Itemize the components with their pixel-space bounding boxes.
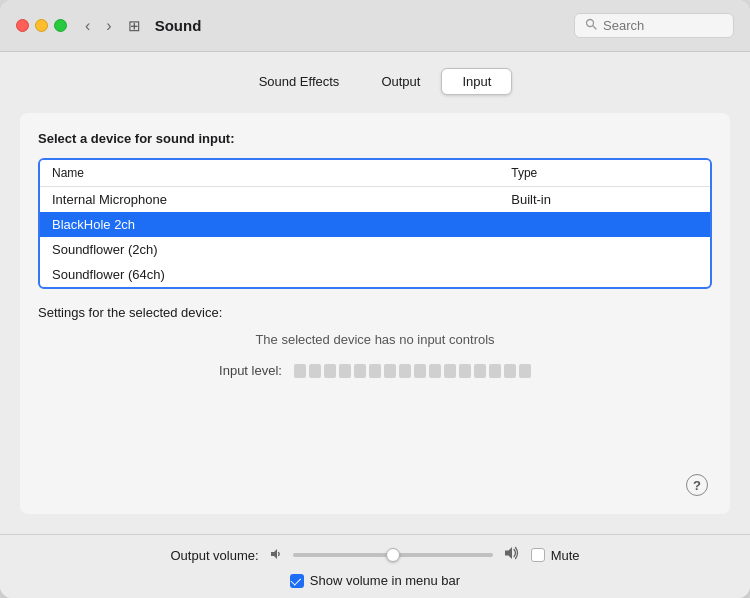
svg-line-1: [593, 26, 596, 29]
window-title: Sound: [155, 17, 566, 34]
settings-panel: Select a device for sound input: Name Ty…: [20, 113, 730, 514]
level-bars: [294, 364, 531, 378]
level-bar: [444, 364, 456, 378]
col-header-name: Name: [40, 160, 499, 187]
mute-label: Mute: [551, 548, 580, 563]
titlebar: ‹ › ⊞ Sound: [0, 0, 750, 52]
traffic-lights: [16, 19, 67, 32]
search-box[interactable]: [574, 13, 734, 38]
level-bar: [414, 364, 426, 378]
level-bar: [489, 364, 501, 378]
device-name: Soundflower (2ch): [40, 237, 499, 262]
level-bar: [294, 364, 306, 378]
level-bar: [339, 364, 351, 378]
show-volume-label: Show volume in menu bar: [310, 573, 460, 588]
app-window: ‹ › ⊞ Sound Sound Effects Output Input S…: [0, 0, 750, 598]
level-bar: [459, 364, 471, 378]
search-input[interactable]: [603, 18, 723, 33]
content-area: Sound Effects Output Input Select a devi…: [0, 52, 750, 534]
device-type: [499, 262, 710, 287]
device-type: [499, 237, 710, 262]
table-row[interactable]: Soundflower (2ch): [40, 237, 710, 262]
device-type: Built-in: [499, 187, 710, 213]
bottom-bar: Output volume: Mute: [0, 534, 750, 598]
input-level-row: Input level:: [38, 363, 712, 378]
volume-slider-track[interactable]: [293, 553, 493, 557]
level-bar: [429, 364, 441, 378]
close-button[interactable]: [16, 19, 29, 32]
help-button[interactable]: ?: [686, 474, 708, 496]
device-name: Internal Microphone: [40, 187, 499, 213]
level-bar: [399, 364, 411, 378]
no-controls-text: The selected device has no input control…: [38, 332, 712, 347]
settings-for-device-label: Settings for the selected device:: [38, 305, 712, 320]
col-header-type: Type: [499, 160, 710, 187]
device-table-wrapper: Name Type Internal Microphone Built-in B…: [38, 158, 712, 289]
svg-marker-2: [271, 549, 277, 559]
device-name: Soundflower (64ch): [40, 262, 499, 287]
volume-low-icon: [269, 547, 283, 564]
select-device-label: Select a device for sound input:: [38, 131, 712, 146]
table-row[interactable]: Internal Microphone Built-in: [40, 187, 710, 213]
level-bar: [369, 364, 381, 378]
search-icon: [585, 18, 597, 33]
level-bar: [504, 364, 516, 378]
svg-marker-3: [505, 547, 512, 559]
show-volume-checkbox-wrapper[interactable]: Show volume in menu bar: [290, 573, 460, 588]
level-bar: [474, 364, 486, 378]
level-bar: [519, 364, 531, 378]
level-bar: [324, 364, 336, 378]
tab-sound-effects[interactable]: Sound Effects: [238, 68, 361, 95]
volume-row: Output volume: Mute: [170, 545, 579, 565]
mute-checkbox-wrapper[interactable]: Mute: [531, 548, 580, 563]
tab-input[interactable]: Input: [441, 68, 512, 95]
show-volume-checkbox[interactable]: [290, 574, 304, 588]
mute-checkbox[interactable]: [531, 548, 545, 562]
grid-icon: ⊞: [128, 17, 141, 35]
level-bar: [309, 364, 321, 378]
input-level-label: Input level:: [219, 363, 282, 378]
forward-button[interactable]: ›: [102, 16, 115, 36]
table-header-row: Name Type: [40, 160, 710, 187]
help-row: ?: [38, 474, 712, 496]
output-volume-label: Output volume:: [170, 548, 258, 563]
table-row[interactable]: BlackHole 2ch: [40, 212, 710, 237]
table-row[interactable]: Soundflower (64ch): [40, 262, 710, 287]
device-table: Name Type Internal Microphone Built-in B…: [40, 160, 710, 287]
maximize-button[interactable]: [54, 19, 67, 32]
back-button[interactable]: ‹: [81, 16, 94, 36]
tab-bar: Sound Effects Output Input: [20, 68, 730, 95]
volume-slider-thumb[interactable]: [386, 548, 400, 562]
level-bar: [354, 364, 366, 378]
minimize-button[interactable]: [35, 19, 48, 32]
tab-output[interactable]: Output: [360, 68, 441, 95]
device-name: BlackHole 2ch: [40, 212, 499, 237]
volume-high-icon: [503, 545, 521, 565]
device-type: [499, 212, 710, 237]
level-bar: [384, 364, 396, 378]
